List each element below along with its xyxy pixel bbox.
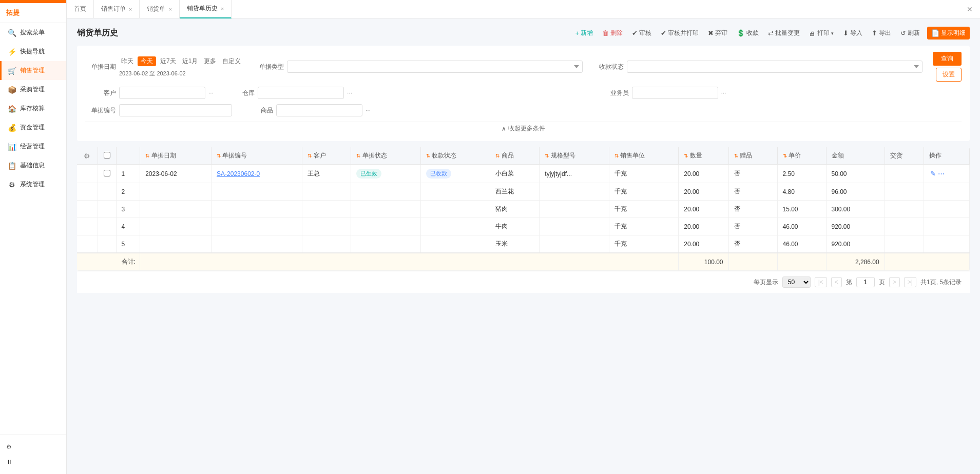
- col-doc-status[interactable]: ⇅ 单据状态: [351, 147, 420, 165]
- audit-button[interactable]: ✔ 审核: [630, 28, 654, 38]
- per-page-select[interactable]: 50 100: [782, 276, 811, 288]
- filter-goods-input[interactable]: [276, 104, 362, 116]
- more-action[interactable]: ⋯: [938, 170, 945, 177]
- last-page-button[interactable]: >|: [904, 277, 916, 287]
- col-check[interactable]: [98, 147, 116, 165]
- tab-sales-history-close[interactable]: ×: [221, 6, 224, 12]
- filter-collect-status-select[interactable]: [627, 61, 923, 73]
- summary-qty: 100.00: [679, 253, 728, 271]
- cell-check[interactable]: [98, 218, 116, 235]
- audit-print-button[interactable]: ✔ 审核并打印: [659, 28, 701, 38]
- col-unit[interactable]: ⇅ 销售单位: [609, 147, 678, 165]
- col-date[interactable]: ⇅ 单据日期: [140, 147, 212, 165]
- tab-sales-delivery-close[interactable]: ×: [168, 6, 171, 12]
- sidebar-item-inventory[interactable]: 🏠 库存核算: [0, 99, 66, 118]
- cell-gift: 否: [728, 235, 777, 253]
- goods-dots[interactable]: ···: [366, 107, 371, 114]
- date-quick-yesterday[interactable]: 昨天: [119, 56, 136, 66]
- cell-check[interactable]: [98, 165, 116, 183]
- cell-check[interactable]: [98, 201, 116, 218]
- sidebar-item-system[interactable]: ⚙ 系统管理: [0, 175, 66, 194]
- filter-warehouse-input[interactable]: [258, 87, 344, 99]
- cell-gear: [77, 201, 98, 218]
- prev-page-button[interactable]: <: [831, 277, 842, 287]
- date-quick-custom[interactable]: 自定义: [220, 56, 243, 66]
- cell-check[interactable]: [98, 183, 116, 201]
- tab-sales-order[interactable]: 销售订单 ×: [94, 0, 140, 18]
- staff-dots[interactable]: ···: [721, 89, 726, 96]
- batch-icon: ⇄: [768, 29, 774, 37]
- tab-home[interactable]: 首页: [67, 0, 94, 18]
- col-doc-no[interactable]: ⇅ 单据编号: [212, 147, 302, 165]
- cell-amount: 300.00: [826, 201, 885, 218]
- warehouse-dots[interactable]: ···: [347, 89, 352, 96]
- export-button[interactable]: ⬆ 导出: [870, 28, 893, 38]
- filter-setting-button[interactable]: 设置: [936, 68, 962, 82]
- show-detail-button[interactable]: 📄 显示明细: [927, 27, 970, 40]
- filter-doc-type-label: 单据类型: [253, 63, 284, 71]
- tab-sales-order-close[interactable]: ×: [129, 6, 132, 12]
- print-button[interactable]: 🖨 打印 ▾: [807, 28, 836, 38]
- page-content: 销货单历史 + 新增 🗑 删除 ✔ 审核 ✔ 审核并打印: [67, 18, 980, 474]
- col-gear[interactable]: ⚙: [77, 147, 98, 165]
- date-quick-more[interactable]: 更多: [202, 56, 218, 66]
- new-button[interactable]: + 新增: [573, 28, 595, 38]
- sidebar-bottom-settings[interactable]: ⚙: [0, 439, 66, 455]
- filter-customer-input[interactable]: [119, 87, 205, 99]
- date-quick-today[interactable]: 今天: [138, 56, 156, 66]
- sidebar-item-sales-mgmt[interactable]: 🛒 销售管理: [0, 61, 66, 80]
- tab-bar-close-all[interactable]: ✕: [959, 5, 980, 13]
- abandon-button[interactable]: ✖ 弃审: [706, 28, 729, 38]
- col-goods[interactable]: ⇅ 商品: [490, 147, 540, 165]
- col-spec[interactable]: ⇅ 规格型号: [540, 147, 609, 165]
- filter-doc-no-input[interactable]: [119, 104, 232, 116]
- sidebar-item-basic-info[interactable]: 📋 基础信息: [0, 156, 66, 175]
- col-price[interactable]: ⇅ 单价: [777, 147, 826, 165]
- table-row: 4 牛肉 千克 20.00 否 46.00 920.00: [77, 218, 970, 235]
- cell-doc-no[interactable]: SA-20230602-0: [212, 165, 302, 183]
- col-gift[interactable]: ⇅ 赠品: [728, 147, 777, 165]
- filter-doc-type-select[interactable]: [287, 61, 583, 73]
- tab-sales-history[interactable]: 销货单历史 ×: [180, 0, 232, 18]
- sidebar-item-operations[interactable]: 📊 经营管理: [0, 137, 66, 156]
- edit-action[interactable]: ✎: [930, 170, 936, 177]
- col-qty[interactable]: ⇅ 数量: [679, 147, 728, 165]
- tab-sales-delivery[interactable]: 销货单 ×: [140, 0, 179, 18]
- cell-check[interactable]: [98, 235, 116, 253]
- collect-button[interactable]: 💲 收款: [735, 28, 761, 38]
- sidebar-item-finance[interactable]: 💰 资金管理: [0, 118, 66, 137]
- row-checkbox[interactable]: [104, 170, 110, 176]
- doc-no-link[interactable]: SA-20230602-0: [217, 170, 260, 177]
- first-page-button[interactable]: |<: [815, 277, 827, 287]
- batch-change-button[interactable]: ⇄ 批量变更: [766, 28, 802, 38]
- cell-doc-no[interactable]: [212, 235, 302, 253]
- import-button[interactable]: ⬇ 导入: [841, 28, 864, 38]
- sidebar-item-quick-nav[interactable]: ⚡ 快捷导航: [0, 42, 66, 61]
- cell-trade: [885, 201, 924, 218]
- cell-price: 46.00: [777, 235, 826, 253]
- next-page-button[interactable]: >: [889, 277, 900, 287]
- date-quick-7days[interactable]: 近7天: [158, 56, 178, 66]
- refresh-button[interactable]: ↺ 刷新: [898, 28, 922, 38]
- cell-doc-no[interactable]: [212, 183, 302, 201]
- page-number-input[interactable]: [856, 277, 875, 287]
- summary-amount: 2,286.00: [826, 253, 885, 271]
- sidebar-item-purchase-mgmt[interactable]: 📦 采购管理: [0, 80, 66, 99]
- collapse-button[interactable]: ∧ 收起更多条件: [85, 122, 962, 135]
- sidebar-item-search-menu[interactable]: 🔍 搜索菜单: [0, 23, 66, 42]
- filter-goods-item: 商品 ···: [242, 104, 962, 116]
- delete-button[interactable]: 🗑 删除: [600, 28, 625, 38]
- cell-goods: 小白菜: [490, 165, 540, 183]
- gear-icon[interactable]: ⚙: [84, 152, 90, 160]
- date-quick-1month[interactable]: 近1月: [180, 56, 200, 66]
- sidebar-bottom-pause[interactable]: ⏸: [0, 455, 66, 470]
- customer-dots[interactable]: ···: [208, 89, 214, 96]
- query-button[interactable]: 查询: [933, 52, 962, 66]
- cell-doc-no[interactable]: [212, 218, 302, 235]
- col-customer[interactable]: ⇅ 客户: [302, 147, 351, 165]
- cell-doc-no[interactable]: [212, 201, 302, 218]
- sidebar-logo[interactable]: 拓提: [0, 3, 66, 23]
- col-collect-status[interactable]: ⇅ 收款状态: [420, 147, 490, 165]
- select-all-checkbox[interactable]: [104, 152, 110, 159]
- filter-staff-input[interactable]: [632, 87, 718, 99]
